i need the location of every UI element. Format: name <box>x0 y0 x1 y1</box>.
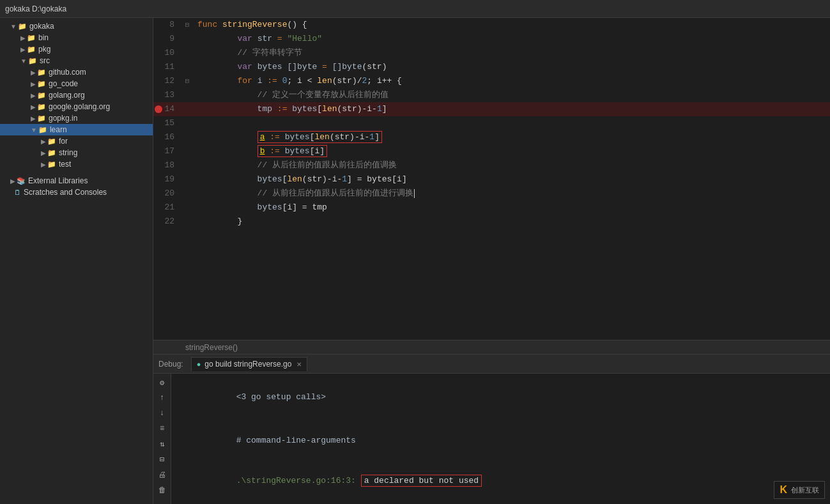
identifier: bytes <box>197 174 282 184</box>
gutter-empty <box>182 158 192 172</box>
sidebar-item-label: bin <box>38 33 49 42</box>
sidebar-item-label: src <box>40 56 50 65</box>
line-number: 20 <box>153 187 182 201</box>
arrow-icon: ▼ <box>31 126 37 134</box>
table-row: 14 tmp := bytes[len(str)-i-1] <box>153 102 830 116</box>
punc: ] = bytes[i] <box>347 174 407 184</box>
sidebar-item-label: go_code <box>49 79 78 88</box>
sidebar-item-github[interactable]: ▶ 📁 github.com <box>0 66 153 78</box>
line-number: 12 <box>153 74 182 88</box>
arrow-icon: ▶ <box>31 80 36 88</box>
sidebar-item-for[interactable]: ▶ 📁 for <box>0 135 153 147</box>
code-content: b := bytes[i] <box>192 144 830 158</box>
debug-tab-build[interactable]: ● go build stringReverse.go ✕ <box>191 357 308 371</box>
sidebar-item-string[interactable]: ▶ 📁 string <box>0 147 153 158</box>
line-number: 19 <box>153 172 182 187</box>
watermark-text: 创新互联 <box>791 485 819 495</box>
sidebar-item-golang[interactable]: ▶ 📁 golang.org <box>0 89 153 101</box>
table-row: 15 <box>153 116 830 130</box>
gutter-empty <box>182 60 192 74</box>
arrow-icon: ▼ <box>10 23 17 30</box>
arrow-icon: ▶ <box>20 34 26 42</box>
sidebar-item-google-golang[interactable]: ▶ 📁 google.golang.org <box>0 101 153 112</box>
type: []byte <box>287 62 317 72</box>
punc: ] <box>382 104 387 114</box>
toolbar-print-btn[interactable]: 🖨 <box>156 468 169 481</box>
sidebar-item-go-code[interactable]: ▶ 📁 go_code <box>0 78 153 89</box>
line-number: 11 <box>153 60 182 74</box>
code-content: var bytes []byte = []byte(str) <box>192 60 830 74</box>
toolbar-filter-btn[interactable]: ⊟ <box>156 453 169 466</box>
debug-tab-label: go build stringReverse.go <box>204 360 291 369</box>
sidebar-item-gokaka[interactable]: ▼ 📁 gokaka <box>0 20 153 32</box>
toolbar-delete-btn[interactable]: 🗑 <box>156 484 169 496</box>
gutter-fold[interactable]: ⊟ <box>182 18 192 32</box>
gutter-empty <box>182 46 192 60</box>
indent <box>197 132 257 142</box>
sidebar-item-gopkg[interactable]: ▶ 📁 gopkg.in <box>0 112 153 124</box>
number: 1 <box>342 174 347 184</box>
toolbar-list-btn[interactable]: ≡ <box>156 422 169 435</box>
number: 1 <box>369 132 374 142</box>
folder-icon: 📁 <box>37 68 46 77</box>
identifier: str <box>257 34 272 43</box>
sidebar-item-external-libs[interactable]: ▶ 📚 External Libraries <box>0 175 153 187</box>
sidebar-item-src[interactable]: ▼ 📁 src <box>0 55 153 66</box>
error-path-1[interactable]: .\stringReverse.go:16:3: <box>236 476 356 485</box>
table-row: 13 // 定义一个变量存放从后往前的值 <box>153 88 830 102</box>
debug-label: Debug: <box>158 360 183 369</box>
sidebar-item-scratches[interactable]: 🗒 Scratches and Consoles <box>0 187 153 198</box>
gutter-empty <box>182 88 192 102</box>
arrow-icon: ▶ <box>41 149 46 157</box>
table-row: 19 bytes[len(str)-i-1] = bytes[i] <box>153 172 830 187</box>
code-content: // 字符串转字节 <box>192 46 830 60</box>
arrow-icon: ▶ <box>31 103 36 111</box>
number: 1 <box>377 104 382 114</box>
folder-icon: 📁 <box>28 57 37 65</box>
punc: [ <box>317 104 322 114</box>
toolbar-settings-btn[interactable]: ⚙ <box>156 376 169 389</box>
identifier: bytes <box>285 146 310 156</box>
keyword-var: var <box>197 62 257 72</box>
table-row: 16 a := bytes[len(str)-i-1] <box>153 130 830 144</box>
identifier: bytes <box>285 132 310 142</box>
sidebar-item-test[interactable]: ▶ 📁 test <box>0 158 153 170</box>
code-view[interactable]: 8 ⊟ func stringReverse() { 9 var str = "… <box>153 18 830 340</box>
sidebar-item-learn[interactable]: ▼ 📁 learn <box>0 124 153 135</box>
code-content: func stringReverse() { <box>192 18 830 32</box>
type: []byte <box>332 62 362 72</box>
toolbar-align-btn[interactable]: ⇅ <box>156 438 169 450</box>
punc: ; i < <box>287 76 317 86</box>
folder-icon: 📁 <box>37 91 46 100</box>
identifier: bytes <box>292 104 317 114</box>
folder-icon: 📁 <box>37 80 46 88</box>
arrow-icon: ▶ <box>41 138 46 145</box>
debug-toolbar: ⚙ ↑ ↓ ≡ ⇅ ⊟ 🖨 🗑 <box>153 374 171 504</box>
toolbar-down-btn[interactable]: ↓ <box>156 407 169 420</box>
toolbar-up-btn[interactable]: ↑ <box>156 392 169 404</box>
gutter-fold[interactable]: ⊟ <box>182 74 192 88</box>
editor-area: 8 ⊟ func stringReverse() { 9 var str = "… <box>153 18 830 504</box>
table-row: 12 ⊟ for i := 0; i < len(str)/2; i++ { <box>153 74 830 88</box>
folder-icon: 📁 <box>38 126 47 134</box>
identifier: bytes <box>197 202 282 212</box>
arrow-icon: ▶ <box>31 92 36 99</box>
func-call: len <box>287 174 302 184</box>
gutter-empty <box>182 215 192 229</box>
sidebar-item-label: External Libraries <box>28 176 88 185</box>
line-number: 8 <box>153 18 182 32</box>
keyword-func: func <box>197 20 222 29</box>
console-line-args: # command-line-arguments <box>176 421 825 461</box>
sidebar-item-bin[interactable]: ▶ 📁 bin <box>0 32 153 43</box>
sidebar-item-pkg[interactable]: ▶ 📁 pkg <box>0 43 153 55</box>
close-tab-icon[interactable]: ✕ <box>296 361 302 368</box>
punc: (str)-i- <box>302 174 342 184</box>
code-table: 8 ⊟ func stringReverse() { 9 var str = "… <box>153 18 830 229</box>
code-content: bytes[i] = tmp <box>192 201 830 215</box>
keyword-var: var <box>197 34 257 43</box>
string-literal: "Hello" <box>287 34 322 43</box>
table-row: 11 var bytes []byte = []byte(str) <box>153 60 830 74</box>
breakpoint-indicator[interactable] <box>155 105 162 113</box>
console-output[interactable]: <3 go setup calls> # command-line-argume… <box>171 374 830 504</box>
operator: := <box>265 132 284 142</box>
